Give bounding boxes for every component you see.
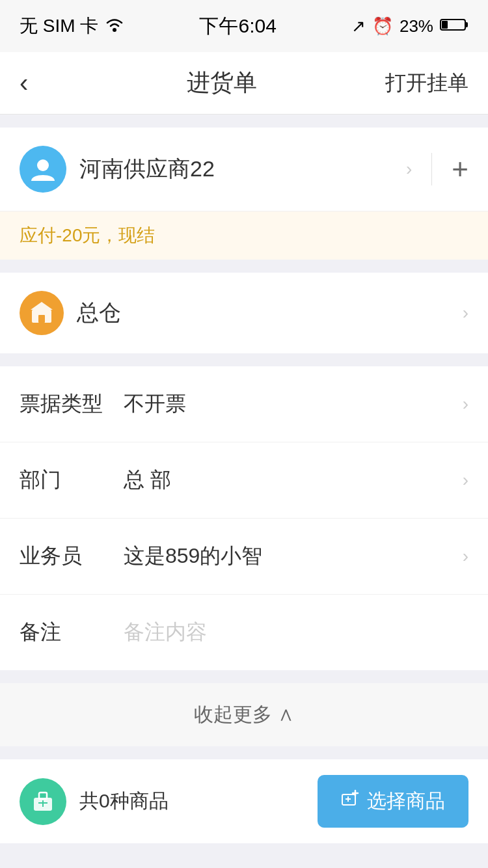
notice-banner: 应付-20元，现结 (0, 211, 488, 260)
supplier-divider (431, 153, 432, 185)
status-bar: 无 SIM 卡 下午6:04 ↗ ⏰ 23% (0, 0, 488, 52)
remark-input[interactable]: 备注内容 (124, 618, 468, 647)
invoice-arrow-icon: › (463, 394, 468, 414)
page-title: 进货单 (187, 67, 257, 99)
warehouse-icon (20, 291, 64, 335)
open-pending-button[interactable]: 打开挂单 (385, 69, 468, 98)
salesperson-value: 这是859的小智 (124, 542, 463, 571)
invoice-type-row[interactable]: 票据类型 不开票 › (0, 366, 488, 442)
supplier-arrow-icon: › (406, 159, 412, 180)
invoice-type-label: 票据类型 (20, 390, 111, 418)
supplier-add-button[interactable]: + (452, 153, 468, 185)
product-count-label: 共0种商品 (79, 788, 318, 815)
select-product-button[interactable]: 选择商品 (318, 775, 468, 828)
status-left: 无 SIM 卡 (20, 14, 124, 38)
svg-point-0 (113, 28, 116, 32)
remark-row[interactable]: 备注 备注内容 (0, 595, 488, 670)
select-product-icon (341, 789, 360, 813)
svg-marker-6 (31, 302, 53, 310)
battery-label: 23% (400, 16, 433, 36)
department-row[interactable]: 部门 总 部 › (0, 442, 488, 519)
supplier-row[interactable]: 河南供应商22 › + (0, 128, 488, 211)
supplier-card: 河南供应商22 › + 应付-20元，现结 (0, 128, 488, 260)
product-icon (20, 778, 66, 825)
collapse-button[interactable]: 收起更多 ∧ (0, 683, 488, 746)
salesperson-arrow-icon: › (463, 546, 468, 567)
remark-label: 备注 (20, 618, 111, 647)
supplier-avatar (20, 146, 66, 193)
invoice-type-value: 不开票 (124, 390, 463, 418)
svg-rect-3 (442, 21, 448, 29)
nav-bar: ‹ 进货单 打开挂单 (0, 52, 488, 115)
select-product-label: 选择商品 (367, 788, 445, 815)
status-right: ↗ ⏰ 23% (351, 16, 468, 36)
gps-icon: ↗ (351, 16, 366, 36)
wifi-icon (105, 16, 124, 36)
warehouse-row[interactable]: 总仓 › (0, 273, 488, 353)
status-time: 下午6:04 (199, 13, 276, 40)
back-button[interactable]: ‹ (20, 68, 59, 98)
product-bar: 共0种商品 选择商品 (0, 759, 488, 843)
department-label: 部门 (20, 466, 111, 495)
warehouse-card[interactable]: 总仓 › (0, 273, 488, 353)
warehouse-name: 总仓 (77, 298, 463, 328)
form-section: 票据类型 不开票 › 部门 总 部 › 业务员 这是859的小智 › 备注 备注… (0, 366, 488, 670)
notice-text: 应付-20元，现结 (20, 225, 155, 245)
battery-icon (440, 16, 468, 36)
department-arrow-icon: › (463, 470, 468, 491)
salesperson-row[interactable]: 业务员 这是859的小智 › (0, 519, 488, 595)
supplier-name: 河南供应商22 (79, 154, 406, 184)
department-value: 总 部 (124, 466, 463, 495)
warehouse-arrow-icon: › (463, 303, 468, 323)
gap-1 (0, 115, 488, 128)
carrier-label: 无 SIM 卡 (20, 14, 98, 38)
svg-point-4 (37, 159, 49, 171)
svg-rect-7 (38, 315, 45, 323)
alarm-icon: ⏰ (372, 16, 393, 36)
salesperson-label: 业务员 (20, 542, 111, 571)
collapse-label: 收起更多 ∧ (194, 703, 293, 725)
svg-rect-2 (465, 22, 468, 27)
